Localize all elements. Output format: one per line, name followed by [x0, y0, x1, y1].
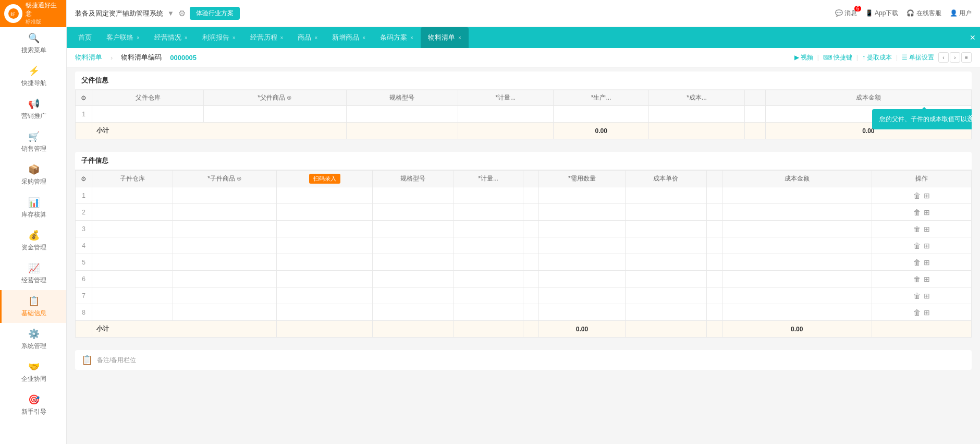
- breadcrumb-link[interactable]: 物料清单: [75, 53, 102, 62]
- child-unit-0[interactable]: [454, 187, 523, 204]
- sidebar-item-7[interactable]: 📈经营管理: [0, 257, 66, 290]
- child-unit-cost-1[interactable]: [626, 204, 706, 221]
- sidebar-item-11[interactable]: 🎯新手引导: [0, 389, 66, 422]
- child-scan-4[interactable]: [276, 254, 372, 271]
- child-scan-5[interactable]: [276, 271, 372, 287]
- tab-close-4[interactable]: ×: [280, 35, 284, 41]
- child-scan-0[interactable]: [276, 187, 372, 204]
- tab-close-2[interactable]: ×: [185, 35, 188, 41]
- sidebar-item-2[interactable]: 📢营销推广: [0, 93, 66, 126]
- child-qty-3[interactable]: [538, 237, 626, 254]
- child-unit-cost-5[interactable]: [626, 271, 706, 287]
- sidebar-item-8[interactable]: 📋基础信息: [0, 290, 66, 323]
- nav-left-icon[interactable]: ‹: [938, 52, 949, 63]
- copy-icon-3[interactable]: ⊞: [924, 242, 930, 250]
- child-warehouse-0[interactable]: [92, 187, 173, 204]
- copy-icon-2[interactable]: ⊞: [924, 225, 930, 233]
- delete-icon-4[interactable]: 🗑: [913, 258, 921, 267]
- child-product-0[interactable]: [173, 187, 277, 204]
- copy-icon-4[interactable]: ⊞: [924, 258, 930, 267]
- extract-cost-btn[interactable]: ↑ 提取成本: [862, 53, 892, 62]
- child-qty-1[interactable]: [538, 204, 626, 221]
- online-service[interactable]: 🎧 在线客服: [906, 9, 941, 18]
- child-unit-cost-3[interactable]: [626, 237, 706, 254]
- child-warehouse-4[interactable]: [92, 254, 173, 271]
- delete-icon-7[interactable]: 🗑: [913, 308, 921, 317]
- child-qty-5[interactable]: [538, 271, 626, 287]
- child-qty-2[interactable]: [538, 221, 626, 237]
- child-unit-cost-2[interactable]: [626, 221, 706, 237]
- delete-icon-6[interactable]: 🗑: [913, 292, 921, 300]
- video-btn[interactable]: ▶ 视频: [794, 53, 813, 62]
- child-scan-6[interactable]: [276, 287, 372, 304]
- sidebar-item-9[interactable]: ⚙️系统管理: [0, 323, 66, 356]
- child-qty-0[interactable]: [538, 187, 626, 204]
- delete-icon-0[interactable]: 🗑: [913, 191, 921, 200]
- tab-3[interactable]: 利润报告×: [195, 27, 243, 48]
- child-col-settings[interactable]: ⚙: [76, 171, 92, 187]
- delete-icon-1[interactable]: 🗑: [913, 208, 921, 217]
- tab-close-6[interactable]: ×: [362, 35, 365, 41]
- shortcut-btn[interactable]: ⌨ 快捷键: [823, 53, 852, 62]
- settings-icon[interactable]: ⚙: [178, 8, 186, 18]
- child-product-5[interactable]: [173, 271, 277, 287]
- child-amount-4[interactable]: [722, 254, 872, 271]
- user-avatar[interactable]: 👤 用户: [950, 9, 972, 18]
- tab-2[interactable]: 经营情况×: [147, 27, 195, 48]
- tab-4[interactable]: 经营历程×: [243, 27, 291, 48]
- sidebar-item-0[interactable]: 🔍搜索菜单: [0, 27, 66, 60]
- copy-icon-7[interactable]: ⊞: [924, 308, 930, 317]
- child-product-4[interactable]: [173, 254, 277, 271]
- child-amount-5[interactable]: [722, 271, 872, 287]
- parent-production-cell[interactable]: [553, 106, 648, 123]
- tab-7[interactable]: 条码方案×: [373, 27, 421, 48]
- child-spec-1[interactable]: [373, 204, 454, 221]
- parent-col-settings[interactable]: ⚙: [76, 90, 92, 106]
- child-warehouse-6[interactable]: [92, 287, 173, 304]
- child-unit-cost-4[interactable]: [626, 254, 706, 271]
- message-badge[interactable]: 💬 6 消息: [835, 9, 857, 18]
- single-settings-btn[interactable]: ☰ 单据设置: [902, 53, 934, 62]
- child-scan-1[interactable]: [276, 204, 372, 221]
- nav-right-icon[interactable]: ›: [950, 52, 960, 63]
- sidebar-item-6[interactable]: 💰资金管理: [0, 224, 66, 257]
- child-unit-6[interactable]: [454, 287, 523, 304]
- sidebar-item-1[interactable]: ⚡快捷导航: [0, 60, 66, 93]
- child-amount-1[interactable]: [722, 204, 872, 221]
- tab-close-8[interactable]: ×: [458, 35, 461, 41]
- child-unit-7[interactable]: [454, 304, 523, 321]
- child-warehouse-3[interactable]: [92, 237, 173, 254]
- child-warehouse-7[interactable]: [92, 304, 173, 321]
- trial-btn[interactable]: 体验行业方案: [190, 7, 240, 20]
- child-unit-5[interactable]: [454, 271, 523, 287]
- child-product-3[interactable]: [173, 237, 277, 254]
- tab-close-5[interactable]: ×: [314, 35, 317, 41]
- child-qty-7[interactable]: [538, 304, 626, 321]
- copy-icon-5[interactable]: ⊞: [924, 275, 930, 283]
- tab-close-7[interactable]: ×: [410, 35, 413, 41]
- child-amount-7[interactable]: [722, 304, 872, 321]
- child-spec-5[interactable]: [373, 271, 454, 287]
- tab-8[interactable]: 物料清单×: [421, 27, 469, 48]
- child-unit-cost-0[interactable]: [626, 187, 706, 204]
- close-all-tabs-icon[interactable]: ✕: [970, 33, 976, 42]
- child-product-1[interactable]: [173, 204, 277, 221]
- copy-icon-6[interactable]: ⊞: [924, 292, 930, 300]
- child-spec-6[interactable]: [373, 287, 454, 304]
- tab-0[interactable]: 首页: [71, 27, 99, 48]
- copy-icon-1[interactable]: ⊞: [924, 208, 930, 217]
- child-unit-4[interactable]: [454, 254, 523, 271]
- child-product-7[interactable]: [173, 304, 277, 321]
- tab-1[interactable]: 客户联络×: [99, 27, 147, 48]
- nav-menu-icon[interactable]: ≡: [961, 52, 972, 63]
- child-warehouse-2[interactable]: [92, 221, 173, 237]
- sidebar-item-10[interactable]: 🤝企业协同: [0, 356, 66, 389]
- parent-unit-cell[interactable]: [458, 106, 553, 123]
- tab-close-1[interactable]: ×: [137, 35, 140, 41]
- tab-close-3[interactable]: ×: [232, 35, 236, 41]
- delete-icon-5[interactable]: 🗑: [913, 275, 921, 283]
- tab-5[interactable]: 商品×: [290, 27, 325, 48]
- parent-warehouse-cell[interactable]: [92, 106, 204, 123]
- parent-spec-cell[interactable]: [346, 106, 458, 123]
- scan-btn[interactable]: 扫码录入: [309, 174, 340, 184]
